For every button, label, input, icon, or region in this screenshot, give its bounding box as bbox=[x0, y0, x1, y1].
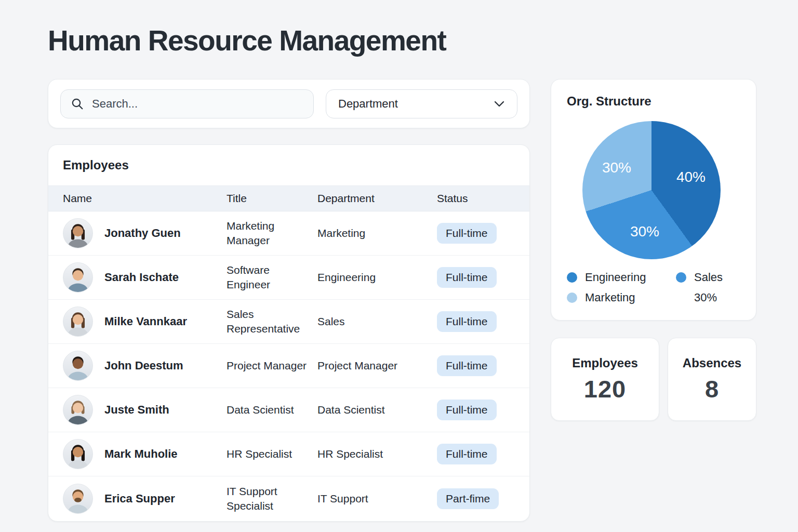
search-input[interactable] bbox=[92, 97, 303, 111]
employee-name: Sarah Ischate bbox=[104, 271, 179, 284]
avatar bbox=[63, 262, 93, 292]
page-title: Human Resource Management bbox=[48, 24, 446, 57]
legend-dot-sales bbox=[676, 272, 686, 283]
employee-name: Milke Vannkaar bbox=[104, 315, 187, 328]
table-row[interactable]: Jonathy Guen Marketing Manager Marketing… bbox=[48, 211, 529, 256]
legend-label: Sales bbox=[694, 271, 723, 284]
employee-department: Project Manager bbox=[317, 358, 437, 373]
legend-item-engineering: Engineering bbox=[567, 271, 676, 284]
status-badge: Full-time bbox=[437, 223, 497, 244]
table-row[interactable]: Juste Smith Data Scientist Data Scientis… bbox=[48, 388, 529, 432]
employee-department: Sales bbox=[317, 314, 437, 329]
table-row[interactable]: Sarah Ischate Software Engineer Engineer… bbox=[48, 256, 529, 300]
employee-department: Marketing bbox=[317, 226, 437, 241]
employee-name: John Deestum bbox=[104, 359, 183, 373]
table-header-row: Name Title Department Status bbox=[48, 186, 529, 211]
employees-panel-heading: Employees bbox=[48, 145, 529, 186]
department-dropdown-label: Department bbox=[338, 97, 398, 111]
status-badge: Full-time bbox=[437, 267, 497, 288]
toolbar: Department bbox=[48, 79, 530, 128]
employees-stat-card: Employees 120 bbox=[551, 338, 659, 421]
legend-item-sales: Sales bbox=[676, 271, 743, 284]
employee-name: Jonathy Guen bbox=[104, 227, 181, 240]
search-icon bbox=[71, 97, 84, 111]
search-box[interactable] bbox=[60, 89, 314, 118]
table-row[interactable]: Milke Vannkaar Sales Representative Sale… bbox=[48, 300, 529, 344]
table-row[interactable]: John Deestum Project Manager Project Man… bbox=[48, 344, 529, 388]
org-structure-panel: Org. Structure 40% 30% 30% Engineering S… bbox=[551, 79, 756, 321]
avatar bbox=[63, 307, 93, 337]
legend-dot-marketing bbox=[567, 292, 577, 303]
employees-panel: Employees Name Title Department Status J… bbox=[48, 144, 530, 522]
avatar bbox=[63, 351, 93, 381]
employee-title: Software Engineer bbox=[227, 263, 317, 291]
status-badge: Full-time bbox=[437, 355, 497, 376]
status-badge: Part-fime bbox=[437, 488, 499, 509]
employee-title: Marketing Manager bbox=[227, 219, 317, 247]
employee-title: Project Manager bbox=[227, 358, 317, 373]
column-header-title: Title bbox=[227, 192, 317, 205]
stat-label: Absences bbox=[683, 356, 741, 370]
department-dropdown[interactable]: Department bbox=[326, 89, 517, 118]
pie-label-engineering: 40% bbox=[676, 169, 706, 185]
pie-label-marketing: 30% bbox=[602, 159, 631, 176]
status-badge: Full-time bbox=[437, 444, 497, 464]
pie-label-sales: 30% bbox=[630, 223, 659, 240]
legend-label: Marketing bbox=[585, 291, 635, 304]
employee-department: HR Specialist bbox=[317, 447, 437, 461]
table-row[interactable]: Erica Supper IT Support Specialist IT Su… bbox=[48, 476, 529, 521]
legend-label: 30% bbox=[694, 291, 717, 304]
avatar bbox=[63, 484, 93, 514]
employee-department: Data Scientist bbox=[317, 403, 437, 417]
employee-department: Engineering bbox=[317, 270, 437, 285]
employee-title: Sales Representative bbox=[227, 307, 317, 336]
employee-department: IT Support bbox=[317, 491, 437, 506]
legend-label: Engineering bbox=[585, 271, 646, 284]
column-header-name: Name bbox=[63, 192, 227, 205]
stat-value: 120 bbox=[584, 375, 626, 403]
avatar bbox=[63, 218, 93, 248]
employee-name: Erica Supper bbox=[104, 492, 175, 506]
status-badge: Full-time bbox=[437, 311, 497, 332]
column-header-department: Department bbox=[317, 192, 437, 205]
legend-item-sales-value: 30% bbox=[676, 291, 743, 304]
pie-legend: Engineering Sales Marketing 30% bbox=[567, 271, 743, 304]
column-header-status: Status bbox=[437, 192, 515, 205]
legend-dot-engineering bbox=[567, 272, 577, 283]
table-row[interactable]: Mark Muholie HR Specialist HR Specialist… bbox=[48, 432, 529, 476]
employee-title: Data Scientist bbox=[227, 403, 317, 417]
employee-title: HR Specialist bbox=[227, 447, 317, 461]
employee-name: Mark Muholie bbox=[104, 447, 178, 461]
stat-label: Employees bbox=[572, 356, 638, 370]
chevron-down-icon bbox=[494, 100, 505, 108]
employee-name: Juste Smith bbox=[104, 403, 169, 417]
org-pie-chart: 40% 30% 30% bbox=[582, 121, 721, 259]
avatar bbox=[63, 395, 93, 425]
absences-stat-card: Absences 8 bbox=[668, 338, 756, 421]
org-structure-title: Org. Structure bbox=[567, 94, 651, 109]
legend-item-marketing: Marketing bbox=[567, 291, 676, 304]
stat-value: 8 bbox=[705, 375, 719, 403]
status-badge: Full-time bbox=[437, 400, 497, 420]
employee-title: IT Support Specialist bbox=[227, 484, 317, 513]
avatar bbox=[63, 439, 93, 469]
